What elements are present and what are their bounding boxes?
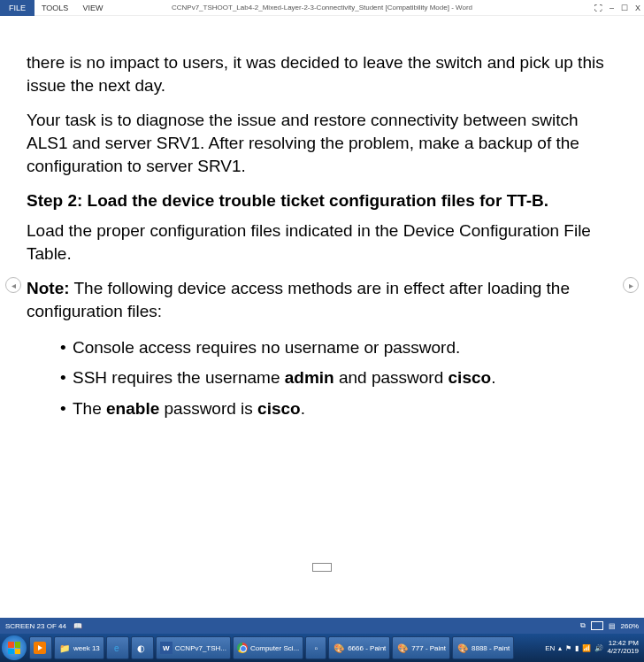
text: The [73, 399, 106, 418]
ribbon-tab-view[interactable]: VIEW [75, 0, 110, 16]
screen-count: SCREEN 23 OF 44 [5, 622, 66, 630]
step-heading: Step 2: Load the device trouble ticket c… [27, 191, 617, 211]
zoom-level[interactable]: 260% [621, 622, 639, 630]
paragraph: Load the proper configuration files indi… [27, 219, 617, 265]
task-item-unknown[interactable]: ▫ [305, 636, 326, 659]
app-icon: ▫ [310, 642, 322, 654]
document-content: there is no impact to users, it was deci… [27, 51, 617, 421]
status-bar: SCREEN 23 OF 44 📖 ⧉ ▤ 260% [0, 618, 644, 634]
nav-next-button[interactable]: ▸ [623, 277, 639, 293]
task-item-paint-2[interactable]: 🎨 777 - Paint [392, 636, 450, 659]
paint-icon: 🎨 [333, 642, 345, 654]
paragraph: there is no impact to users, it was deci… [27, 51, 617, 96]
task-label: 6666 - Paint [348, 644, 386, 652]
word-icon: W [160, 642, 172, 654]
flag-icon[interactable]: ⚑ [565, 644, 571, 652]
list-item: SSH requires the username admin and pass… [60, 366, 617, 391]
paint-icon: 🎨 [456, 642, 469, 654]
task-label: 777 - Paint [411, 644, 446, 652]
windows-logo-icon [8, 642, 20, 654]
bold-text: enable [106, 399, 159, 418]
ribbon-tab-file[interactable]: FILE [0, 0, 34, 16]
network-icon[interactable]: 📶 [582, 644, 591, 652]
date: 4/27/2019 [607, 648, 639, 656]
nav-prev-button[interactable]: ◂ [5, 277, 21, 293]
language-indicator[interactable]: EN [545, 644, 555, 652]
task-item-chrome[interactable]: Computer Sci... [233, 636, 303, 659]
battery-icon[interactable]: ▮ [575, 644, 579, 652]
list-item: Console access requires no username or p… [60, 335, 617, 361]
note-text: The following device access methods are … [27, 279, 570, 320]
chrome-icon [237, 643, 248, 653]
close-button[interactable]: X [635, 4, 640, 12]
list-item: The enable password is cisco. [60, 396, 617, 422]
task-label: CCNPv7_TSH... [175, 644, 226, 652]
task-item-word[interactable]: W CCNPv7_TSH... [156, 636, 231, 659]
text: password is [159, 399, 257, 418]
document-title: CCNPv7_TSHOOT_Lab4-2_Mixed-Layer-2-3-Con… [172, 4, 472, 12]
taskbar: 📁 week 13 e ◐ W CCNPv7_TSH... Computer S… [0, 634, 644, 662]
reading-view-icon[interactable]: ⧉ [580, 621, 586, 630]
clock[interactable]: 12:42 PM 4/27/2019 [607, 640, 639, 656]
window-controls: ⛶ – ☐ X [594, 4, 640, 12]
fullscreen-icon[interactable]: ⛶ [594, 4, 602, 12]
task-item-app[interactable]: ◐ [131, 636, 154, 659]
paragraph: Your task is to diagnose the issue and r… [27, 109, 617, 177]
folder-icon: 📁 [58, 642, 71, 654]
text: . [491, 368, 495, 387]
task-item-paint-1[interactable]: 🎨 6666 - Paint [328, 636, 390, 659]
maximize-button[interactable]: ☐ [621, 4, 628, 12]
bold-text: cisco [257, 399, 301, 418]
tray-up-icon[interactable]: ▴ [558, 644, 562, 652]
bold-text: cisco [448, 368, 492, 387]
media-player-icon [34, 642, 46, 654]
task-label: Computer Sci... [250, 644, 299, 652]
task-item-media[interactable] [29, 636, 52, 659]
start-button[interactable] [2, 635, 27, 660]
minimize-button[interactable]: – [610, 4, 614, 12]
task-label: 8888 - Paint [472, 644, 510, 652]
task-item-paint-3[interactable]: 🎨 8888 - Paint [452, 636, 514, 659]
title-bar: FILE TOOLS VIEW CCNPv7_TSHOOT_Lab4-2_Mix… [0, 0, 644, 16]
text: SSH requires the username [73, 368, 285, 387]
print-layout-icon[interactable] [591, 621, 603, 630]
text: . [301, 399, 305, 418]
paint-icon: 🎨 [396, 642, 409, 654]
volume-icon[interactable]: 🔊 [594, 644, 603, 652]
web-layout-icon[interactable]: ▤ [609, 622, 616, 630]
ie-icon: e [111, 642, 123, 654]
note-paragraph: Note: The following device access method… [27, 277, 617, 322]
ribbon-tab-tools[interactable]: TOOLS [34, 0, 75, 16]
bold-text: admin [285, 368, 334, 387]
document-area: ◂ ▸ there is no impact to users, it was … [0, 16, 644, 609]
system-tray: EN ▴ ⚑ ▮ 📶 🔊 12:42 PM 4/27/2019 [545, 640, 642, 656]
task-label: week 13 [73, 644, 100, 652]
task-item-explorer[interactable]: 📁 week 13 [54, 636, 104, 659]
bullet-list: Console access requires no username or p… [60, 335, 617, 422]
dictionary-icon[interactable]: 📖 [73, 622, 82, 630]
ribbon-tabs: FILE TOOLS VIEW [0, 0, 110, 16]
task-item-ie[interactable]: e [106, 636, 129, 659]
note-label: Note: [27, 279, 70, 297]
text: and password [334, 368, 448, 387]
app-icon: ◐ [135, 642, 148, 654]
page-break-indicator [312, 563, 332, 572]
